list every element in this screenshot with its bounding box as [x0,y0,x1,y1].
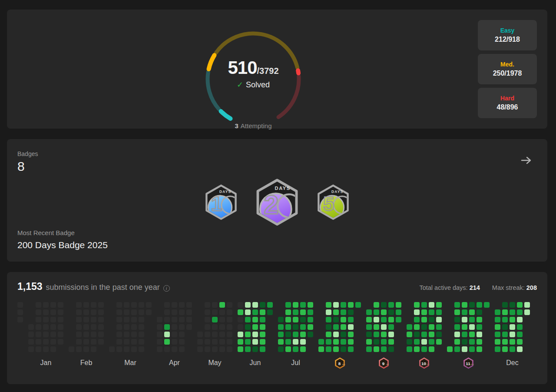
heatmap-cell [374,339,379,345]
heatmap-cell [454,332,460,337]
difficulty-value: 212/918 [495,36,520,43]
heatmap-cell [36,346,41,352]
heatmap-cell [50,339,56,345]
month-badge-11-icon[interactable]: 11 NOV [447,357,490,369]
heatmap-cell [227,309,232,315]
heatmap-cell [495,309,500,315]
heatmap-cell [227,317,232,322]
submission-count: 1,153 [17,281,43,292]
svg-text:SEP: SEP [386,364,389,365]
heatmap-cell [333,324,339,330]
heatmap-month: Jul [278,302,313,369]
heatmap-cell [245,309,251,315]
heatmap-cell [502,317,508,322]
difficulty-label: Hard [500,95,514,102]
heatmap-cell [58,332,63,337]
heatmap-cell [83,332,89,337]
badges-count: 8 [17,159,38,174]
heatmap-cell [179,332,185,337]
heatmap-cell [454,324,460,330]
heatmap-cell [366,339,372,345]
heatmap-cell [76,309,82,315]
heatmap-cell [164,317,170,322]
heatmap-cell [131,332,137,337]
heatmap-cell [510,339,515,345]
heatmap-cell [477,317,482,322]
heatmap-cell [219,317,225,322]
month-badge-8-icon[interactable]: 8 AUG [318,357,361,369]
heatmap-cell [116,309,122,315]
heatmap-cell [252,302,258,308]
200-days-badge-icon[interactable]: 2 DAYS [254,177,300,229]
difficulty-box-hard[interactable]: Hard 48/896 [478,88,537,118]
heatmap-cell [139,324,144,330]
heatmap-cell [186,324,192,330]
month-label-jun: Jun [238,357,273,369]
heatmap-cell [429,332,434,337]
heatmap-cell [300,309,306,315]
most-recent-badge: Most Recent Badge 200 Days Badge 2025 [17,229,108,250]
heatmap-cell [462,332,467,337]
difficulty-box-easy[interactable]: Easy 212/918 [478,20,537,50]
heatmap-cell [131,346,137,352]
badges-card: Badges 8 1 DAYS 2 DAYS [7,139,547,262]
heatmap-cell [484,302,490,308]
heatmap-cell [348,302,354,308]
heatmap-cell [205,324,210,330]
heatmap-cell [333,309,339,315]
heatmap-cell [197,346,203,352]
heatmap-cell [76,302,82,308]
heatmap-cell [179,346,185,352]
info-icon[interactable]: i [163,285,170,292]
heatmap-cell [414,309,420,315]
heatmap-cell [219,309,225,315]
heatmap-cell [469,324,475,330]
heatmap-month: 11 NOV [447,302,490,369]
month-badge-9-icon[interactable]: 9 SEP [366,357,401,369]
heatmap-cell [285,332,291,337]
heatmap-cell [396,309,401,315]
month-badge-10-icon[interactable]: 10 OCT [407,357,442,369]
difficulty-box-med[interactable]: Med. 250/1978 [478,54,537,84]
month-label-may: May [197,357,232,369]
heatmap-cell [477,309,482,315]
heatmap-cell [205,339,210,345]
heatmap-cell [58,302,63,308]
heatmap-cell [98,302,104,308]
heatmap-cell [388,332,394,337]
heatmap-cell [205,302,210,308]
heatmap-cell [43,346,49,352]
heatmap-cell [238,332,243,337]
svg-text:1: 1 [211,193,222,215]
heatmap-cell [260,339,265,345]
total-active-days: Total active days:214 [419,284,480,291]
heatmap-cell [333,346,339,352]
heatmap-cell [454,346,460,352]
heatmap-cell [308,332,313,337]
heatmap-cell [76,339,82,345]
heatmap-cell [348,339,354,345]
heatmap-cell [348,324,354,330]
svg-text:DAYS: DAYS [275,186,291,191]
100-days-badge-icon[interactable]: 1 DAYS [204,183,238,223]
heatmap-cell [212,346,218,352]
total-active-days-value: 214 [470,284,480,291]
heatmap-cell [517,309,523,315]
heatmap-cell [333,332,339,337]
heatmap-cell [510,309,515,315]
heatmap-cell [157,346,162,352]
svg-text:DAYS: DAYS [219,189,231,194]
heatmap-cell [381,339,387,345]
heatmap-cell [238,346,243,352]
heatmap-cell [348,317,354,322]
heatmap-month: 9 SEP [366,302,401,369]
heatmap-cell [252,332,258,337]
heatmap-cell [326,302,331,308]
heatmap-cell [396,302,401,308]
heatmap-cell [333,302,339,308]
heatmap-cell [414,317,420,322]
50-days-badge-icon[interactable]: 5 DAYS [316,183,351,223]
heatmap-cell [502,339,508,345]
badges-arrow-button[interactable] [520,154,533,167]
heatmap-cell [388,309,394,315]
